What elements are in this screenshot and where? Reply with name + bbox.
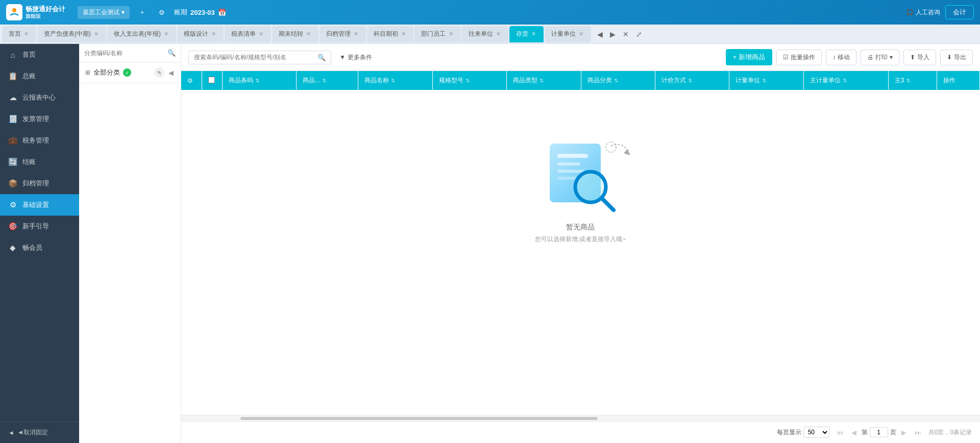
tab-balance[interactable]: 资产负债表(中期) ✕: [37, 26, 106, 42]
col-main-unit-header[interactable]: 主计量单位 ⇅: [803, 71, 888, 90]
tab-period-end[interactable]: 期末结转 ✕: [272, 26, 318, 42]
select-all-checkbox[interactable]: [208, 77, 215, 83]
move-icon: ↕: [832, 54, 836, 61]
tab-unit[interactable]: 计量单位 ✕: [545, 26, 591, 42]
tab-dept-staff[interactable]: 部门员工 ✕: [414, 26, 461, 42]
sidebar-item-member[interactable]: ◆ 畅会员: [0, 237, 79, 259]
svg-marker-9: [624, 149, 630, 155]
tab-taxclear[interactable]: 税表清单 ✕: [225, 26, 271, 42]
search-icon[interactable]: 🔍: [317, 54, 326, 61]
toolbar: 🔍 ▼ 更多条件 + 新增商品 ☑ 批量操作 ↕: [181, 44, 980, 71]
col-type-header[interactable]: 商品类型 ⇅: [507, 71, 581, 90]
tab-balance-close[interactable]: ✕: [93, 30, 100, 38]
page-number-input[interactable]: [870, 427, 888, 437]
import-button[interactable]: ⬆ 导入: [903, 50, 936, 65]
sidebar-item-invoice[interactable]: 🧾 发票管理: [0, 108, 79, 130]
settings-button[interactable]: ⚙: [155, 7, 169, 18]
svg-point-0: [12, 8, 16, 12]
tab-template[interactable]: 模版设计 ✕: [177, 26, 224, 42]
account-button[interactable]: 会计: [945, 5, 974, 19]
col-extra-header[interactable]: 主3 ⇅: [888, 71, 937, 90]
col-unit-label: 计量单位: [736, 76, 760, 85]
col-gear-header[interactable]: ⚙: [181, 71, 202, 90]
tab-archive[interactable]: 归档管理 ✕: [320, 26, 366, 42]
col-price-mode-header[interactable]: 计价方式 ⇅: [655, 71, 729, 90]
horizontal-scrollbar[interactable]: [240, 417, 598, 420]
first-page-button[interactable]: ⏮: [834, 427, 846, 438]
page-size-area: 每页显示 10 20 50 100: [777, 427, 829, 438]
category-search-input[interactable]: [84, 50, 164, 57]
col-name-label: 商品名称: [364, 76, 389, 85]
sidebar-item-tax[interactable]: 💼 税务管理: [0, 130, 79, 151]
col-unit-header[interactable]: 计量单位 ⇅: [729, 71, 803, 90]
calendar-icon[interactable]: 📅: [218, 9, 226, 16]
col-barcode-header[interactable]: 商品条码 ⇅: [222, 71, 296, 90]
tab-home[interactable]: 首页 ✕: [2, 26, 36, 42]
table-header-row: ⚙ 商品条码 ⇅: [181, 71, 980, 90]
category-search-icon[interactable]: 🔍: [167, 49, 176, 57]
tab-scroll-right[interactable]: ▶: [607, 28, 619, 40]
tab-subject-init[interactable]: 科目期初 ✕: [367, 26, 413, 42]
tab-close-all[interactable]: ✕: [620, 28, 632, 40]
sidebar-item-checkout[interactable]: 🔄 结账: [0, 151, 79, 173]
col-name-header[interactable]: 商品名称 ⇅: [358, 71, 432, 90]
col-spec-header[interactable]: 规格型号 ⇅: [432, 71, 506, 90]
tab-unit-close[interactable]: ✕: [578, 30, 584, 38]
workspace-selector[interactable]: 基层工会测试 ▾: [78, 6, 130, 19]
tab-scroll-left[interactable]: ◀: [594, 28, 606, 40]
col-price-sort: ⇅: [688, 78, 692, 83]
sidebar-item-home[interactable]: ⌂ 首页: [0, 44, 79, 65]
add-product-button[interactable]: + 新增商品: [726, 49, 772, 65]
ai-consult-button[interactable]: 🎧 人工咨询: [906, 8, 940, 17]
col-code-header[interactable]: 商品... ⇅: [296, 71, 358, 90]
tab-maximize[interactable]: ⤢: [633, 28, 645, 40]
prev-page-button[interactable]: ◀: [848, 427, 860, 438]
sidebar-bottom[interactable]: ◄ ◄取消固定: [0, 422, 79, 443]
tab-dept-staff-close[interactable]: ✕: [448, 30, 454, 38]
page-total: 共0页，0条记录: [928, 428, 972, 437]
tab-period-end-close[interactable]: ✕: [305, 30, 312, 38]
headset-icon: 🎧: [906, 9, 914, 16]
col-main-unit-sort: ⇅: [843, 78, 847, 83]
move-button[interactable]: ↕ 移动: [826, 50, 856, 65]
collapse-button[interactable]: ◀: [167, 68, 175, 78]
sidebar-item-basic-settings[interactable]: ⚙ 基础设置: [0, 194, 79, 216]
svg-rect-2: [557, 154, 588, 158]
main-layout: ⌂ 首页 📋 总账 ☁ 云报表中心 🧾 发票管理 💼 税务管理 🔄 结账 📦 归…: [0, 44, 980, 443]
logo-area: 畅捷通好会计 旗舰版: [6, 4, 72, 20]
category-header[interactable]: ⊞ 全部分类 ✓ ✎ ◀: [79, 62, 181, 83]
sidebar-item-ledger[interactable]: 📋 总账: [0, 65, 79, 87]
tab-inventory[interactable]: 存货 ✕: [509, 26, 544, 42]
unpin-icon: ◄: [8, 429, 14, 436]
col-checkbox-header[interactable]: [202, 71, 222, 90]
page-label: 页: [890, 428, 896, 437]
tab-home-close[interactable]: ✕: [23, 30, 30, 38]
page-size-select[interactable]: 10 20 50 100: [803, 427, 829, 438]
tab-taxclear-close[interactable]: ✕: [258, 30, 264, 38]
unpin-button[interactable]: ◄ ◄取消固定: [8, 428, 71, 437]
filter-label: 更多条件: [348, 53, 372, 62]
next-page-button[interactable]: ▶: [898, 427, 910, 438]
tab-template-close[interactable]: ✕: [210, 30, 217, 38]
tab-inventory-close[interactable]: ✕: [530, 30, 537, 38]
tab-income[interactable]: 收入支出表(年报) ✕: [107, 26, 176, 42]
tab-template-label: 模版设计: [184, 30, 208, 38]
sidebar-item-guide[interactable]: 🎯 新手引导: [0, 216, 79, 237]
tab-partner[interactable]: 往来单位 ✕: [462, 26, 508, 42]
tab-archive-close[interactable]: ✕: [353, 30, 359, 38]
add-tab-button[interactable]: ＋: [135, 6, 150, 19]
table-container: ⚙ 商品条码 ⇅: [181, 71, 980, 415]
col-category-header[interactable]: 商品分类 ⇅: [581, 71, 655, 90]
sidebar-item-reports[interactable]: ☁ 云报表中心: [0, 87, 79, 108]
print-button[interactable]: 🖨 打印 ▾: [861, 50, 899, 65]
filter-button[interactable]: ▼ 更多条件: [335, 51, 376, 64]
product-search-input[interactable]: [194, 54, 314, 61]
tab-subject-init-close[interactable]: ✕: [400, 30, 407, 38]
tab-partner-close[interactable]: ✕: [495, 30, 502, 38]
batch-button[interactable]: ☑ 批量操作: [776, 50, 822, 65]
tab-income-close[interactable]: ✕: [163, 30, 169, 38]
last-page-button[interactable]: ⏭: [912, 427, 924, 438]
sidebar-item-archive[interactable]: 📦 归档管理: [0, 173, 79, 194]
export-button[interactable]: ⬇ 导出: [940, 50, 973, 65]
category-edit-icon[interactable]: ✎: [154, 67, 164, 78]
